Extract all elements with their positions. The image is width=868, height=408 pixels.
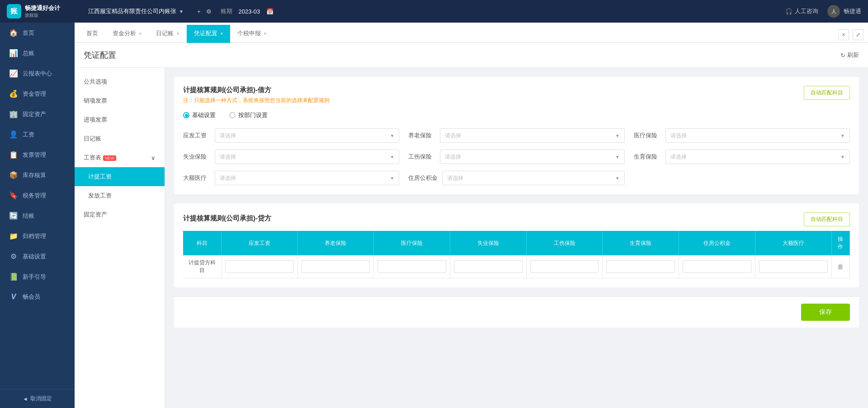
tab-close-funds[interactable]: × — [139, 31, 142, 36]
input-pension[interactable] — [302, 260, 370, 273]
tab-tax[interactable]: 个税申报 × — [230, 25, 274, 43]
cancel-fixed-button[interactable]: ◄ 取消固定 — [0, 389, 75, 408]
left-nav-sales-invoice[interactable]: 销项发票 — [75, 91, 165, 110]
input-maternity[interactable] — [606, 260, 675, 273]
select-basic-wage-arrow: ▼ — [390, 133, 394, 138]
select-maternity[interactable]: 请选择 ▼ — [665, 150, 850, 164]
td-basic-wage — [221, 255, 297, 278]
tab-funds[interactable]: 资金分析 × — [105, 25, 149, 43]
select-large-medical[interactable]: 请选择 ▼ — [215, 171, 399, 185]
credit-table: 科目 应发工资 养老保险 医疗保险 失业保险 工伤保险 生育保险 住房公积金 大… — [183, 231, 850, 278]
sidebar-bottom: ◄ 取消固定 — [0, 389, 75, 408]
tab-close-tax[interactable]: × — [264, 31, 266, 36]
period-value: 2023-03 — [239, 8, 260, 15]
form-row-unemployment: 失业保险 请选择 ▼ — [183, 150, 399, 164]
th-medical: 医疗保险 — [374, 231, 450, 255]
salary-icon: 👤 — [9, 130, 18, 139]
select-unemployment[interactable]: 请选择 ▼ — [215, 150, 399, 164]
tab-home[interactable]: 首页 — [79, 25, 105, 43]
td-injury — [526, 255, 603, 278]
left-nav-purchase-invoice[interactable]: 进项发票 — [75, 110, 165, 129]
credit-section: 计提核算规则(公司承担)-贷方 自动匹配科目 科目 应发工资 养老保险 医疗保险… — [174, 203, 859, 287]
table-header-row: 科目 应发工资 养老保险 医疗保险 失业保险 工伤保险 生育保险 住房公积金 大… — [183, 231, 850, 255]
add-button[interactable]: + — [197, 8, 201, 15]
select-housing-fund[interactable]: 请选择 ▼ — [442, 171, 624, 185]
input-large-medical[interactable] — [759, 260, 828, 273]
refresh-icon: ↻ — [840, 52, 845, 59]
radio-department[interactable]: 按部门设置 — [229, 111, 268, 119]
sidebar-item-tax[interactable]: 🔖 税务管理 — [0, 185, 75, 206]
inventory-icon: 📦 — [9, 171, 18, 179]
input-unemployment[interactable] — [454, 260, 523, 273]
sidebar-item-basic[interactable]: ⚙ 基础设置 — [0, 246, 75, 267]
sidebar-item-guide[interactable]: 📗 新手引导 — [0, 267, 75, 287]
save-button[interactable]: 保存 — [801, 304, 850, 321]
sidebar: 🏠 首页 📊 总账 📈 云报表中心 💰 资金管理 🏢 固定资产 👤 工资 📋 发… — [0, 23, 75, 408]
label-basic-wage: 应发工资 — [183, 131, 210, 140]
refresh-button[interactable]: ↻ 刷新 — [840, 51, 859, 59]
content-area: 首页 资金分析 × 日记账 × 凭证配置 × 个税申报 × × ⤢ — [75, 23, 868, 408]
sidebar-item-salary[interactable]: 👤 工资 — [0, 124, 75, 145]
left-nav-fixed-assets[interactable]: 固定资产 — [75, 205, 165, 224]
debit-section: 计提核算规则(公司承担)-借方 注：只能选择一种方式，系统将按照您当前的选择来配… — [174, 77, 859, 194]
left-nav-public[interactable]: 公共选项 — [75, 72, 165, 91]
user-area[interactable]: 人 畅捷通 — [827, 5, 861, 18]
input-injury[interactable] — [530, 260, 599, 273]
company-selector[interactable]: 江西服宝精品有限责任公司内账张 ▼ — [88, 7, 184, 15]
tab-voucher-config[interactable]: 凭证配置 × — [187, 25, 230, 43]
radio-basic-circle — [183, 112, 189, 118]
select-large-medical-arrow: ▼ — [390, 176, 394, 181]
radio-department-circle — [229, 112, 236, 118]
sidebar-item-ledger[interactable]: 📊 总账 — [0, 43, 75, 63]
select-pension[interactable]: 请选择 ▼ — [440, 128, 624, 143]
sidebar-item-closing[interactable]: 🔄 结账 — [0, 206, 75, 226]
select-basic-wage[interactable]: 请选择 ▼ — [215, 128, 399, 143]
debit-section-header: 计提核算规则(公司承担)-借方 注：只能选择一种方式，系统将按照您当前的选择来配… — [183, 86, 330, 111]
td-maternity — [603, 255, 679, 278]
th-maternity: 生育保险 — [603, 231, 679, 255]
logo-area: 账 畅捷通好会计 旗舰版 — [7, 4, 79, 19]
input-basic-wage[interactable] — [225, 260, 294, 273]
left-nav: 公共选项 销项发票 进项发票 日记账 工资表 NEW ∨ 计提工资 发放工资 固… — [75, 68, 165, 408]
support-button[interactable]: 🎧 人工咨询 — [785, 7, 818, 15]
calendar-icon[interactable]: 📅 — [266, 8, 274, 15]
tab-close-button[interactable]: × — [838, 29, 849, 40]
th-action: 操作 — [831, 231, 849, 255]
sidebar-item-inventory[interactable]: 📦 库存核算 — [0, 165, 75, 185]
label-large-medical: 大额医疗 — [183, 174, 210, 182]
input-medical[interactable] — [377, 260, 446, 273]
tab-expand-button[interactable]: ⤢ — [853, 29, 863, 40]
td-unemployment — [450, 255, 527, 278]
sidebar-item-home[interactable]: 🏠 首页 — [0, 23, 75, 43]
form-row-pension: 养老保险 请选择 ▼ — [408, 128, 624, 143]
settings-icon[interactable]: ⚙ — [206, 8, 212, 15]
sidebar-item-funds[interactable]: 💰 资金管理 — [0, 84, 75, 104]
sidebar-item-invoice[interactable]: 📋 发票管理 — [0, 145, 75, 165]
sidebar-item-assets[interactable]: 🏢 固定资产 — [0, 104, 75, 124]
tab-journal[interactable]: 日记账 × — [149, 25, 186, 43]
sidebar-item-member[interactable]: V 畅会员 — [0, 287, 75, 307]
radio-basic[interactable]: 基础设置 — [183, 111, 216, 119]
th-unemployment: 失业保险 — [450, 231, 527, 255]
label-maternity: 生育保险 — [634, 153, 661, 161]
credit-auto-match-button[interactable]: 自动匹配科目 — [804, 212, 850, 226]
tab-bar-right: × ⤢ — [838, 29, 863, 42]
debit-auto-match-button[interactable]: 自动匹配科目 — [804, 86, 850, 100]
page-title: 凭证配置 — [84, 50, 116, 61]
left-nav-journal[interactable]: 日记账 — [75, 129, 165, 148]
select-medical[interactable]: 请选择 ▼ — [665, 128, 850, 143]
tax-icon: 🔖 — [9, 191, 18, 200]
left-nav-pay[interactable]: 发放工资 — [75, 186, 165, 205]
sidebar-item-archive[interactable]: 📁 归档管理 — [0, 226, 75, 246]
th-housing: 住房公积金 — [679, 231, 755, 255]
th-subject: 科目 — [183, 231, 221, 255]
delete-row-button[interactable]: 🗑 — [837, 263, 844, 270]
select-injury[interactable]: 请选择 ▼ — [440, 150, 624, 164]
tab-close-journal[interactable]: × — [176, 31, 179, 36]
radio-group: 基础设置 按部门设置 — [183, 111, 850, 119]
left-nav-salary-table[interactable]: 工资表 NEW ∨ — [75, 148, 165, 167]
sidebar-item-reports[interactable]: 📈 云报表中心 — [0, 63, 75, 84]
input-housing[interactable] — [683, 260, 751, 273]
left-nav-accrual[interactable]: 计提工资 — [75, 167, 165, 186]
tab-close-voucher[interactable]: × — [220, 31, 223, 36]
